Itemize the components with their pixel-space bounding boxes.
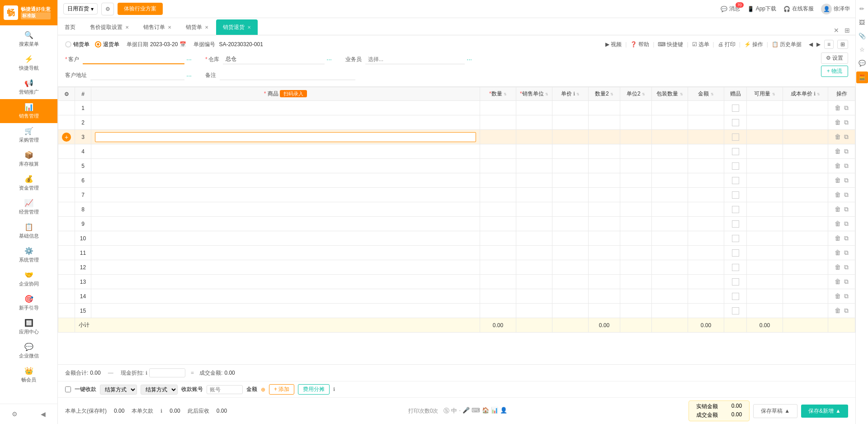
row-price-14[interactable] [552,289,589,304]
tab-sales-return[interactable]: 销货退货 ✕ [216,19,258,35]
row-cost-12[interactable] [783,260,828,275]
view-grid-btn[interactable]: ⊞ [837,40,848,49]
row-pack-10[interactable] [652,231,688,246]
row-unit2-12[interactable] [620,260,652,275]
row-qty-1[interactable] [480,101,516,115]
row-pack-14[interactable] [652,289,688,304]
row-price-2[interactable] [552,115,589,130]
action-select[interactable]: ☑ 选单 [692,41,709,48]
row-gift-14[interactable] [724,289,747,304]
row-cost-10[interactable] [783,231,828,246]
row-copy-5[interactable]: ⧉ [844,162,849,169]
price-sort-icon[interactable]: ⇅ [576,92,580,96]
gift-checkbox-12[interactable] [732,264,739,271]
sidebar-collapse-btn[interactable]: ◀ [38,408,48,420]
row-amount-15[interactable] [688,304,724,318]
sidebar-item-system[interactable]: ⚙️ 系统管理 [0,243,57,267]
sidebar-item-finance[interactable]: 💰 资金管理 [0,171,57,195]
salesperson-input[interactable] [365,55,465,64]
cost-info-icon[interactable]: ℹ [814,91,816,96]
row-unit-8[interactable] [516,202,552,217]
industry-select[interactable]: 日用百货 ▾ [63,3,98,14]
row-unit2-4[interactable] [620,144,652,159]
row-unit-12[interactable] [516,260,552,275]
row-pack-6[interactable] [652,173,688,188]
save-draft-btn[interactable]: 保存草稿 ▲ [753,404,797,418]
gift-checkbox-7[interactable] [732,191,739,199]
row-goods-4[interactable] [91,144,480,159]
row-pack-2[interactable] [652,115,688,130]
tab-home[interactable]: 首页 [58,19,82,35]
add-row-btn[interactable]: + [62,133,71,142]
row-amount-6[interactable] [688,173,724,188]
qty2-sort-icon[interactable]: ⇅ [610,92,613,96]
expense-info-icon[interactable]: ℹ [333,386,335,392]
row-copy-11[interactable]: ⧉ [844,249,849,256]
calc-method-select[interactable]: 结算方式 [141,385,178,395]
row-qty2-15[interactable] [589,304,620,318]
action-operate[interactable]: ⚡ 操作 [744,41,763,48]
sidebar-item-sales[interactable]: 📊 销售管理 [0,99,57,123]
address-select-btn[interactable]: ··· [186,72,192,79]
row-delete-1[interactable]: 🗑 [835,104,841,111]
row-unit2-9[interactable] [620,217,652,231]
avail-sort-icon[interactable]: ⇅ [772,92,775,96]
barcode-btn[interactable]: 扫码录入 [280,90,307,97]
row-cost-1[interactable] [783,101,828,115]
expense-btn[interactable]: 费用分摊 [298,384,330,395]
row-amount-2[interactable] [688,115,724,130]
tab-delivery-close[interactable]: ✕ [205,25,208,30]
row-price-15[interactable] [552,304,589,318]
row-delete-5[interactable]: 🗑 [835,162,841,169]
gift-checkbox-14[interactable] [732,293,739,300]
row-gift-7[interactable] [724,188,747,202]
rp-chat-icon[interactable]: 💬 [857,58,867,68]
gift-checkbox-9[interactable] [732,220,739,228]
row-gift-15[interactable] [724,304,747,318]
row-amount-13[interactable] [688,275,724,289]
row-copy-14[interactable]: ⧉ [844,292,849,300]
amount-sort-icon[interactable]: ⇅ [711,92,714,96]
tab-delivery[interactable]: 销货单 ✕ [179,19,215,35]
remark-input[interactable] [220,71,355,80]
row-price-1[interactable] [552,101,589,115]
row-unit-1[interactable] [516,101,552,115]
customer-select-btn[interactable]: ··· [186,56,192,63]
row-qty-11[interactable] [480,246,516,260]
calendar-icon[interactable]: 📅 [179,41,186,48]
row-unit2-15[interactable] [620,304,652,318]
gift-checkbox-10[interactable] [732,235,739,242]
row-qty2-1[interactable] [589,101,620,115]
row-qty2-13[interactable] [589,275,620,289]
row-goods-7[interactable] [91,188,480,202]
row-copy-12[interactable]: ⧉ [844,263,849,271]
tab-price-setup[interactable]: 售价提取设置 ✕ [83,19,136,35]
row-delete-12[interactable]: 🗑 [835,263,841,271]
row-copy-8[interactable]: ⧉ [844,205,849,213]
row-unit-14[interactable] [516,289,552,304]
row-goods-1[interactable] [91,101,480,115]
row-price-11[interactable] [552,246,589,260]
user-menu[interactable]: 👤 徐泽华 [821,4,850,14]
experience-btn[interactable]: 体验行业方案 [118,3,163,15]
row-cost-2[interactable] [783,115,828,130]
view-list-btn[interactable]: ≡ [824,40,834,49]
sidebar-item-operation[interactable]: 📈 经营管理 [0,195,57,219]
row-amount-1[interactable] [688,101,724,115]
row-cost-6[interactable] [783,173,828,188]
row-qty-7[interactable] [480,188,516,202]
row-unit2-13[interactable] [620,275,652,289]
row-avail-10[interactable] [747,231,783,246]
prev-btn[interactable]: ◀ [809,41,813,48]
row-avail-7[interactable] [747,188,783,202]
row-unit2-10[interactable] [620,231,652,246]
row-unit2-11[interactable] [620,246,652,260]
sidebar-item-guide[interactable]: 🎯 新手引导 [0,291,57,315]
tool5[interactable]: 🏠 [482,407,489,415]
row-goods-9[interactable] [91,217,480,231]
row-avail-8[interactable] [747,202,783,217]
sidebar-item-shortcut[interactable]: ⚡ 快捷导航 [0,51,57,75]
row-cost-13[interactable] [783,275,828,289]
row-avail-11[interactable] [747,246,783,260]
row-price-9[interactable] [552,217,589,231]
